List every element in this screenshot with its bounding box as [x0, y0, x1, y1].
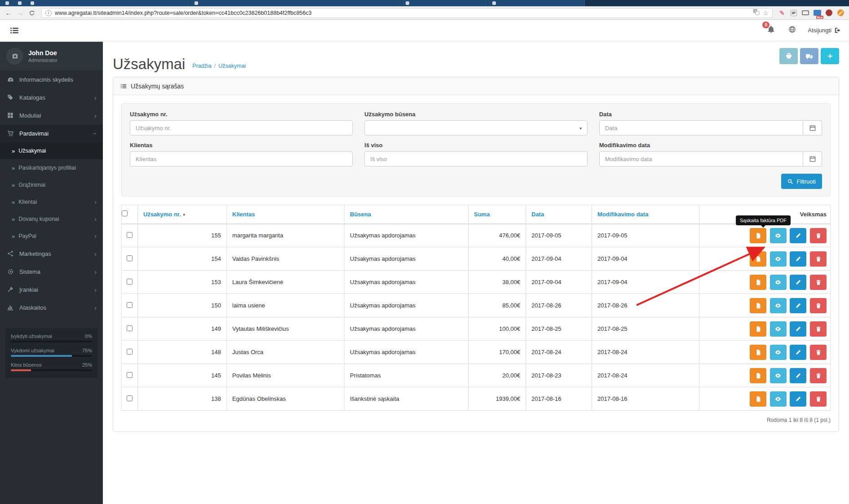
- delete-order-button[interactable]: [810, 228, 827, 243]
- edit-order-button[interactable]: [790, 298, 806, 313]
- avatar[interactable]: [6, 48, 23, 65]
- row-checkbox[interactable]: [127, 372, 133, 378]
- view-order-button[interactable]: [770, 298, 787, 313]
- sidebar-subitem-gift-vouchers[interactable]: » Dovanų kuponai ›: [0, 210, 103, 228]
- edit-order-button[interactable]: [790, 275, 806, 290]
- sub-arrow-icon: »: [12, 165, 15, 171]
- sidebar-item-reports[interactable]: Ataskaitos ›: [0, 298, 103, 316]
- row-checkbox[interactable]: [127, 302, 133, 308]
- order-id-cell: 148: [138, 341, 227, 364]
- sidebar-item-system[interactable]: Sistema ›: [0, 263, 103, 280]
- sidebar-item-modules[interactable]: Moduliai ›: [0, 106, 103, 124]
- edit-order-button[interactable]: [790, 391, 806, 407]
- sort-total[interactable]: Suma: [474, 211, 490, 218]
- view-order-button[interactable]: [770, 345, 787, 360]
- print-invoice-button[interactable]: [779, 48, 798, 64]
- edit-order-button[interactable]: [790, 345, 806, 360]
- sidebar-item-catalog[interactable]: Katalogas ›: [0, 88, 103, 106]
- date-calendar-button[interactable]: [803, 120, 822, 136]
- browser-tab[interactable]: [488, 0, 585, 6]
- edit-order-button[interactable]: [790, 251, 806, 267]
- view-order-button[interactable]: [770, 251, 787, 267]
- invoice-pdf-button[interactable]: [750, 275, 766, 290]
- notifications-button[interactable]: 0: [765, 24, 777, 37]
- logout-button[interactable]: Atsijungti: [808, 27, 841, 34]
- language-button[interactable]: [788, 26, 796, 35]
- trash-icon: [815, 302, 822, 309]
- sidebar-subitem-paypal[interactable]: » PayPal ›: [0, 228, 103, 245]
- extension-monitor-icon[interactable]: [800, 8, 810, 18]
- edit-order-button[interactable]: [790, 368, 806, 383]
- date-input[interactable]: [599, 120, 803, 136]
- view-order-button[interactable]: [770, 391, 787, 407]
- delete-order-button[interactable]: [810, 321, 827, 337]
- invoice-pdf-button[interactable]: [750, 228, 766, 243]
- filter-button[interactable]: Filtruoti: [781, 174, 822, 189]
- print-shipping-list-button[interactable]: [800, 48, 818, 64]
- breadcrumb-home-link[interactable]: Pradžia: [192, 63, 211, 69]
- date-modified-input[interactable]: [599, 151, 803, 167]
- total-input[interactable]: [364, 151, 587, 167]
- invoice-pdf-button[interactable]: [750, 298, 766, 313]
- extension-dropper-icon[interactable]: ✎: [777, 8, 787, 18]
- invoice-pdf-button[interactable]: [750, 345, 766, 360]
- view-order-button[interactable]: [770, 275, 787, 290]
- customer-input[interactable]: [130, 151, 353, 167]
- view-order-button[interactable]: [770, 368, 787, 383]
- extension-orange-icon[interactable]: [836, 8, 845, 18]
- delete-order-button[interactable]: [810, 345, 827, 360]
- select-all-checkbox[interactable]: [122, 210, 128, 216]
- back-button[interactable]: ←: [4, 8, 13, 18]
- delete-order-button[interactable]: [810, 251, 827, 267]
- delete-order-button[interactable]: [810, 298, 827, 313]
- breadcrumb-current-link[interactable]: Užsakymai: [218, 63, 246, 69]
- invoice-pdf-button[interactable]: [750, 251, 766, 267]
- sidebar-subitem-orders[interactable]: » Užsakymai: [0, 142, 103, 159]
- sidebar-toggle-button[interactable]: [8, 24, 21, 37]
- invoice-pdf-button[interactable]: [750, 368, 766, 383]
- delete-order-button[interactable]: [810, 275, 827, 290]
- sidebar-item-dashboard[interactable]: Informacinis skydelis: [0, 70, 103, 88]
- translate-icon[interactable]: [753, 9, 760, 17]
- browser-tab[interactable]: [401, 0, 487, 6]
- delete-order-button[interactable]: [810, 391, 827, 407]
- view-order-button[interactable]: [770, 321, 787, 337]
- sidebar-item-tools[interactable]: Įrankiai ›: [0, 280, 103, 298]
- row-checkbox[interactable]: [127, 395, 133, 401]
- extension-ip-icon[interactable]: IP: [789, 8, 799, 18]
- row-checkbox[interactable]: [127, 255, 133, 261]
- browser-tab[interactable]: [0, 0, 190, 6]
- view-order-button[interactable]: [770, 228, 787, 243]
- sort-order-nr[interactable]: Užsakymo nr.: [143, 211, 181, 218]
- sort-customer[interactable]: Klientas: [232, 211, 255, 218]
- row-checkbox[interactable]: [127, 349, 133, 355]
- delete-order-button[interactable]: [810, 368, 827, 383]
- order-nr-input[interactable]: [130, 120, 353, 136]
- edit-order-button[interactable]: [790, 228, 806, 243]
- extension-red-icon[interactable]: [824, 8, 834, 18]
- site-info-icon[interactable]: i: [45, 10, 52, 16]
- forward-button[interactable]: →: [15, 8, 25, 18]
- bookmark-star-icon[interactable]: ☆: [763, 9, 769, 17]
- sidebar-subitem-returns[interactable]: » Grąžinimai: [0, 176, 103, 193]
- sidebar-subitem-recurring-profiles[interactable]: » Pasikartojantys profiliai: [0, 159, 103, 176]
- row-checkbox[interactable]: [127, 325, 133, 331]
- invoice-pdf-button[interactable]: [750, 321, 766, 337]
- browser-tab[interactable]: [190, 0, 401, 6]
- invoice-pdf-button[interactable]: [750, 391, 766, 407]
- date-modified-calendar-button[interactable]: [803, 151, 822, 167]
- refresh-button[interactable]: [27, 8, 37, 18]
- row-checkbox[interactable]: [127, 232, 133, 238]
- sidebar-item-marketing[interactable]: Marketingas ›: [0, 245, 103, 263]
- url-bar[interactable]: i www.agregatai.lt/siteadmin14/index.php…: [41, 8, 773, 18]
- sidebar-item-sales[interactable]: Pardavimai ›: [0, 124, 103, 142]
- extension-screen-icon[interactable]: New: [812, 8, 822, 18]
- sidebar-subitem-customers[interactable]: » Klientai ›: [0, 193, 103, 210]
- edit-order-button[interactable]: [790, 321, 806, 337]
- order-status-select[interactable]: ▼: [364, 120, 587, 136]
- sort-status[interactable]: Būsena: [350, 211, 371, 218]
- row-checkbox[interactable]: [127, 279, 133, 285]
- sort-date[interactable]: Data: [531, 211, 544, 218]
- add-order-button[interactable]: [821, 48, 839, 64]
- sort-date-modified[interactable]: Modifikavimo data: [597, 211, 648, 218]
